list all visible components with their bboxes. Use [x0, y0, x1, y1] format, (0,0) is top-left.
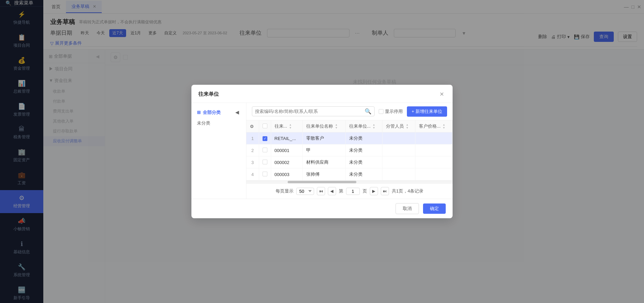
row-num: 4 [246, 168, 259, 180]
modal-left-all-category[interactable]: ⊞ 全部分类 ◀ [191, 107, 246, 118]
modal-scrollbar-thumb[interactable] [288, 181, 356, 183]
th-price: 客户价格... ▲▼ [415, 120, 453, 132]
prev-page-btn[interactable]: ◀ [328, 187, 336, 195]
row-select-checkbox[interactable] [263, 160, 267, 164]
row-checkbox[interactable] [259, 132, 271, 144]
modal-table: ⚙ 往来... ▲▼ 往来单位名称 ▲▼ [246, 120, 453, 180]
modal-footer: 取消 确定 [191, 199, 453, 218]
row-num: 1 [246, 132, 259, 144]
row-price [415, 132, 453, 144]
left-panel-collapse-btn[interactable]: ◀ [234, 109, 241, 116]
row-price [415, 156, 453, 168]
next-page-btn[interactable]: ▶ [370, 187, 378, 195]
table-row[interactable]: 3 000002 材料供应商 未分类 [246, 156, 453, 168]
row-checkbox[interactable] [259, 168, 271, 180]
row-manager [382, 132, 415, 144]
modal-header: 往来单位 ✕ [191, 85, 453, 103]
modal-toolbar: 🔍 显示停用 + 新增往来单位 [246, 103, 453, 120]
search-icon: 🔍 [365, 108, 371, 115]
modal-close-btn[interactable]: ✕ [437, 90, 446, 98]
show-disabled-option[interactable]: 显示停用 [379, 108, 403, 115]
row-name: 甲 [303, 144, 346, 156]
grid-small-icon: ⊞ [197, 110, 201, 115]
modal-pagination: 每页显示 50 10 20 100 ⏮ ◀ 第 页 ▶ ⏭ 共1页，4条记录 [246, 183, 453, 199]
table-row[interactable]: 1 RETAIL_... 零散客户 未分类 [246, 132, 453, 144]
modal-title: 往来单位 [198, 91, 219, 97]
modal-scrollbar[interactable] [246, 180, 453, 183]
first-page-btn[interactable]: ⏮ [317, 187, 325, 195]
table-select-all[interactable] [263, 124, 267, 128]
modal-left-item-unclassified[interactable]: 未分类 [191, 118, 246, 128]
modal-body: ⊞ 全部分类 ◀ 未分类 🔍 显示停用 [191, 103, 453, 199]
th-settings[interactable]: ⚙ [246, 120, 259, 132]
modal-search-box[interactable]: 🔍 [252, 106, 375, 116]
row-price [415, 144, 453, 156]
row-category: 未分类 [345, 156, 382, 168]
row-code: 000002 [271, 156, 303, 168]
cancel-btn[interactable]: 取消 [396, 203, 419, 214]
row-select-checkbox[interactable] [263, 148, 267, 152]
th-manager: 分管人员 ▲▼ [382, 120, 415, 132]
row-checkbox[interactable] [259, 144, 271, 156]
table-row[interactable]: 2 000001 甲 未分类 [246, 144, 453, 156]
modal-left-panel: ⊞ 全部分类 ◀ 未分类 [191, 103, 246, 199]
row-manager [382, 156, 415, 168]
row-name: 零散客户 [303, 132, 346, 144]
row-select-checkbox[interactable] [263, 172, 267, 176]
modal-overlay: 往来单位 ✕ ⊞ 全部分类 ◀ 未分类 [0, 0, 644, 303]
row-manager [382, 168, 415, 180]
page-size-select[interactable]: 50 10 20 100 [296, 188, 314, 195]
th-checkbox[interactable] [259, 120, 271, 132]
th-name: 往来单位名称 ▲▼ [303, 120, 346, 132]
row-price [415, 168, 453, 180]
page-total: 共1页，4条记录 [392, 188, 423, 194]
confirm-btn[interactable]: 确定 [423, 203, 446, 214]
row-checkbox[interactable] [259, 156, 271, 168]
partner-modal: 往来单位 ✕ ⊞ 全部分类 ◀ 未分类 [191, 85, 453, 218]
add-partner-btn[interactable]: + 新增往来单位 [407, 106, 447, 117]
th-code: 往来... ▲▼ [271, 120, 303, 132]
row-num: 3 [246, 156, 259, 168]
row-code: 000001 [271, 144, 303, 156]
row-code: 000003 [271, 168, 303, 180]
row-manager [382, 144, 415, 156]
row-name: 材料供应商 [303, 156, 346, 168]
row-code: RETAIL_... [271, 132, 303, 144]
page-input[interactable] [346, 188, 360, 195]
row-category: 未分类 [345, 144, 382, 156]
modal-right-panel: 🔍 显示停用 + 新增往来单位 ⚙ [246, 103, 453, 199]
modal-search-input[interactable] [255, 109, 363, 114]
table-row[interactable]: 4 000003 张帅傅 未分类 [246, 168, 453, 180]
row-category: 未分类 [345, 132, 382, 144]
modal-table-wrap: ⚙ 往来... ▲▼ 往来单位名称 ▲▼ [246, 120, 453, 180]
page-label: 第 [339, 188, 343, 194]
row-category: 未分类 [345, 168, 382, 180]
th-category: 往来单位... ▲▼ [345, 120, 382, 132]
row-num: 2 [246, 144, 259, 156]
row-name: 张帅傅 [303, 168, 346, 180]
row-select-checkbox[interactable] [263, 136, 267, 141]
last-page-btn[interactable]: ⏭ [381, 187, 389, 195]
show-disabled-checkbox[interactable] [379, 109, 384, 114]
